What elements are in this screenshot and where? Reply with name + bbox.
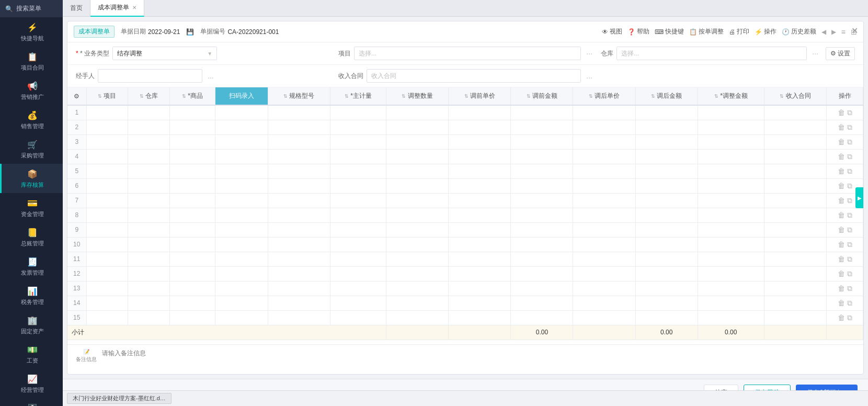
cell-2[interactable]: [169, 134, 215, 149]
cell-7[interactable]: [449, 149, 511, 164]
cell-8[interactable]: [511, 193, 573, 208]
cell-3[interactable]: [215, 178, 268, 193]
tab-cost-adjust[interactable]: 成本调整单 ✕: [90, 0, 144, 17]
cell-3[interactable]: [215, 149, 268, 164]
cell-2[interactable]: [169, 193, 215, 208]
copy-icon[interactable]: ⧉: [847, 284, 852, 293]
cell-8[interactable]: [511, 149, 573, 164]
cell-8[interactable]: [511, 266, 573, 281]
cell-0[interactable]: [86, 281, 128, 296]
cell-6[interactable]: [386, 296, 448, 310]
cell-2[interactable]: [169, 120, 215, 134]
copy-icon[interactable]: ⧉: [847, 182, 852, 190]
action-review[interactable]: 📋 按单调整: [689, 27, 724, 36]
cell-0[interactable]: [86, 296, 128, 310]
cell-3[interactable]: [215, 193, 268, 208]
settings-button[interactable]: ⚙ 设置: [826, 47, 855, 60]
warehouse-more-icon[interactable]: ···: [812, 49, 818, 58]
cell-6[interactable]: [386, 149, 448, 164]
col-scan[interactable]: 扫码录入: [215, 87, 268, 105]
cell-11[interactable]: [698, 281, 764, 296]
cell-3[interactable]: [215, 252, 268, 266]
copy-icon[interactable]: ⧉: [847, 299, 852, 308]
copy-icon[interactable]: ⧉: [847, 225, 852, 234]
cell-11[interactable]: [698, 296, 764, 310]
cell-9[interactable]: [573, 134, 635, 149]
table-row[interactable]: 4🗑⧉: [67, 149, 863, 164]
cell-4[interactable]: [268, 310, 330, 325]
delete-icon[interactable]: 🗑: [838, 152, 845, 161]
cell-9[interactable]: [573, 281, 635, 296]
cell-1[interactable]: [128, 149, 170, 164]
table-row[interactable]: 1🗑⧉: [67, 105, 863, 120]
cell-11[interactable]: [698, 222, 764, 237]
cell-12[interactable]: [764, 120, 826, 134]
cell-7[interactable]: [449, 164, 511, 178]
cell-5[interactable]: [330, 296, 386, 310]
cell-6[interactable]: [386, 281, 448, 296]
delete-icon[interactable]: 🗑: [838, 225, 845, 234]
cell-10[interactable]: [635, 310, 698, 325]
cell-7[interactable]: [449, 208, 511, 222]
cell-8[interactable]: [511, 178, 573, 193]
cell-8[interactable]: [511, 222, 573, 237]
cell-8[interactable]: [511, 237, 573, 252]
cell-12[interactable]: [764, 252, 826, 266]
cell-9[interactable]: [573, 222, 635, 237]
cell-2[interactable]: [169, 252, 215, 266]
action-operation[interactable]: ⚡ 操作: [755, 27, 776, 36]
cell-2[interactable]: [169, 266, 215, 281]
sidebar-item-purchase[interactable]: 🛒 采购管理: [0, 134, 63, 164]
cell-7[interactable]: [449, 296, 511, 310]
cell-2[interactable]: [169, 237, 215, 252]
cell-9[interactable]: [573, 105, 635, 120]
cell-1[interactable]: [128, 164, 170, 178]
cell-8[interactable]: [511, 105, 573, 120]
delete-icon[interactable]: 🗑: [838, 313, 845, 322]
cell-7[interactable]: [449, 222, 511, 237]
cell-9[interactable]: [573, 178, 635, 193]
cell-0[interactable]: [86, 164, 128, 178]
cell-3[interactable]: [215, 134, 268, 149]
sidebar-item-sales[interactable]: 💰 销售管理: [0, 105, 63, 134]
cell-11[interactable]: [698, 252, 764, 266]
cell-4[interactable]: [268, 208, 330, 222]
cell-12[interactable]: [764, 237, 826, 252]
nav-prev-icon[interactable]: ◀: [821, 28, 826, 36]
cell-10[interactable]: [635, 149, 698, 164]
delete-icon[interactable]: 🗑: [838, 167, 845, 175]
cell-9[interactable]: [573, 193, 635, 208]
cell-7[interactable]: [449, 237, 511, 252]
sidebar-item-marketing[interactable]: 📢 营销推广: [0, 76, 63, 105]
cell-0[interactable]: [86, 310, 128, 325]
cell-9[interactable]: [573, 252, 635, 266]
cell-12[interactable]: [764, 164, 826, 178]
copy-icon[interactable]: ⧉: [847, 152, 852, 161]
window-close-button[interactable]: ✕: [851, 26, 858, 36]
cell-10[interactable]: [635, 252, 698, 266]
cell-2[interactable]: [169, 149, 215, 164]
cell-5[interactable]: [330, 164, 386, 178]
delete-icon[interactable]: 🗑: [838, 196, 845, 205]
cell-7[interactable]: [449, 105, 511, 120]
cell-2[interactable]: [169, 208, 215, 222]
cell-5[interactable]: [330, 178, 386, 193]
cell-10[interactable]: [635, 281, 698, 296]
cell-12[interactable]: [764, 134, 826, 149]
cell-10[interactable]: [635, 193, 698, 208]
cell-11[interactable]: [698, 237, 764, 252]
cell-6[interactable]: [386, 310, 448, 325]
cell-4[interactable]: [268, 193, 330, 208]
cell-0[interactable]: [86, 120, 128, 134]
delete-icon[interactable]: 🗑: [838, 284, 845, 292]
delete-icon[interactable]: 🗑: [838, 269, 845, 278]
sidebar-search[interactable]: 🔍 搜索菜单: [0, 0, 63, 17]
cell-0[interactable]: [86, 266, 128, 281]
cell-5[interactable]: [330, 120, 386, 134]
table-row[interactable]: 15🗑⧉: [67, 310, 863, 325]
cell-11[interactable]: [698, 120, 764, 134]
cell-2[interactable]: [169, 296, 215, 310]
project-select[interactable]: 选择...: [354, 47, 581, 60]
cell-3[interactable]: [215, 296, 268, 310]
cell-4[interactable]: [268, 281, 330, 296]
